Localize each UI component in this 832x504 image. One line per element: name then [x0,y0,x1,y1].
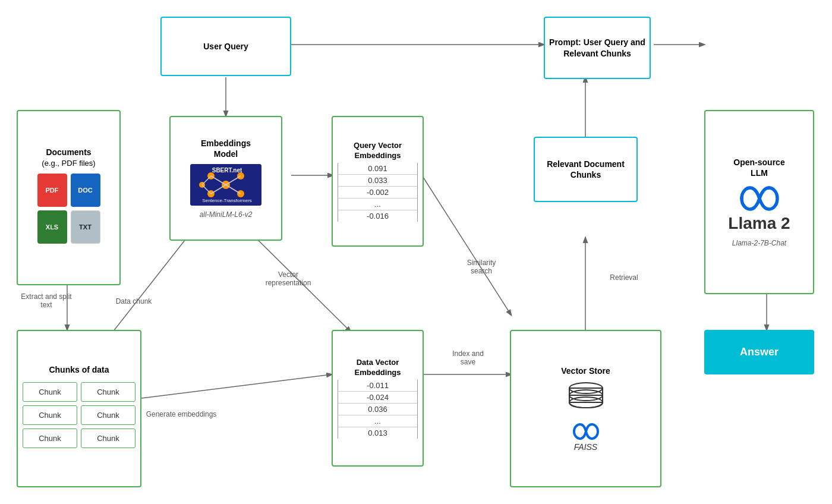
data-embed-table: -0.011 -0.024 0.036 ... 0.013 [338,380,418,439]
prompt-box: Prompt: User Query and Relevant Chunks [544,17,651,79]
documents-label: Documents(e.g., PDF files) [42,147,95,169]
data-vectors-label: Data VectorEmbeddings [354,358,401,378]
chunk-2: Chunk [81,382,135,402]
chunk-1: Chunk [23,382,77,402]
similarity-search-label: Similaritysearch [449,259,514,275]
meta-icon-faiss [568,422,604,441]
pdf-icon: PDF [37,174,67,207]
vector-store-box: Vector Store FAISS [510,330,661,487]
llm-subtitle: Llama-2-7B-Chat [732,239,786,247]
data-vectors-box: Data VectorEmbeddings -0.011 -0.024 0.03… [332,330,424,467]
vector-repr-label: Vectorrepresentation [250,270,327,287]
diagram: User Query Prompt: User Query and Releva… [0,0,832,504]
chunks-of-data-box: Chunks of data Chunk Chunk Chunk Chunk C… [17,330,141,487]
data-val-3: 0.036 [338,404,418,415]
chunk-4: Chunk [81,405,135,425]
query-val-2: 0.033 [338,175,418,187]
svg-line-5 [141,374,332,398]
data-val-1: -0.011 [338,380,418,392]
sbert-image: SBERT.net Sentence-Transformers [190,164,261,206]
user-query-label: User Query [203,41,248,52]
relevant-chunks-label: Relevant Document Chunks [535,159,636,180]
retrieval-label: Retrieval [600,273,648,282]
svg-line-3 [422,175,511,315]
documents-box: Documents(e.g., PDF files) PDF DOC XLS T… [17,110,121,285]
llm-label: Open-sourceLLM [733,157,784,178]
query-val-4: ... [338,199,418,210]
embeddings-model-subtitle: all-MiniLM-L6-v2 [200,210,253,219]
generate-embeddings-label: Generate embeddings [137,410,226,418]
extract-split-label: Extract and split text [17,292,76,309]
txt-icon: TXT [71,210,100,244]
data-val-5: 0.013 [338,427,418,439]
svg-text:SBERT.net: SBERT.net [212,167,242,174]
doc-icons: PDF DOC XLS TXT [33,169,105,248]
query-val-5: -0.016 [338,210,418,222]
embeddings-model-box: EmbeddingsModel SBERT. [169,116,282,241]
relevant-chunks-box: Relevant Document Chunks [534,137,638,202]
query-val-1: 0.091 [338,163,418,175]
data-chunk-label: Data chunk [101,297,166,305]
chunks-of-data-label: Chunks of data [49,364,109,375]
chunk-6: Chunk [81,429,135,448]
svg-text:Sentence-Transformers: Sentence-Transformers [202,198,252,203]
meta-logo-llm [736,185,783,212]
data-val-4: ... [338,415,418,427]
query-val-3: -0.002 [338,187,418,199]
faiss-section: FAISS [568,422,604,452]
llm-name: Llama 2 [728,214,790,233]
doc-icon: DOC [71,174,100,207]
chunk-grid: Chunk Chunk Chunk Chunk Chunk Chunk [18,377,140,453]
answer-label: Answer [740,345,779,359]
embeddings-model-label: EmbeddingsModel [201,138,251,159]
chunk-5: Chunk [23,429,77,448]
chunk-3: Chunk [23,405,77,425]
query-vectors-label: Query VectorEmbeddings [354,141,402,161]
vector-store-label: Vector Store [561,366,610,376]
query-embed-table: 0.091 0.033 -0.002 ... -0.016 [338,163,418,222]
index-save-label: Index andsave [434,349,502,366]
faiss-label: FAISS [574,442,597,452]
database-icon [565,381,607,420]
user-query-box: User Query [160,17,291,76]
data-val-2: -0.024 [338,392,418,404]
llm-box: Open-sourceLLM Llama 2 Llama-2-7B-Chat [704,110,814,294]
query-vectors-box: Query VectorEmbeddings 0.091 0.033 -0.00… [332,116,424,247]
prompt-label: Prompt: User Query and Relevant Chunks [545,37,650,58]
answer-box: Answer [704,330,814,374]
xls-icon: XLS [37,210,67,244]
